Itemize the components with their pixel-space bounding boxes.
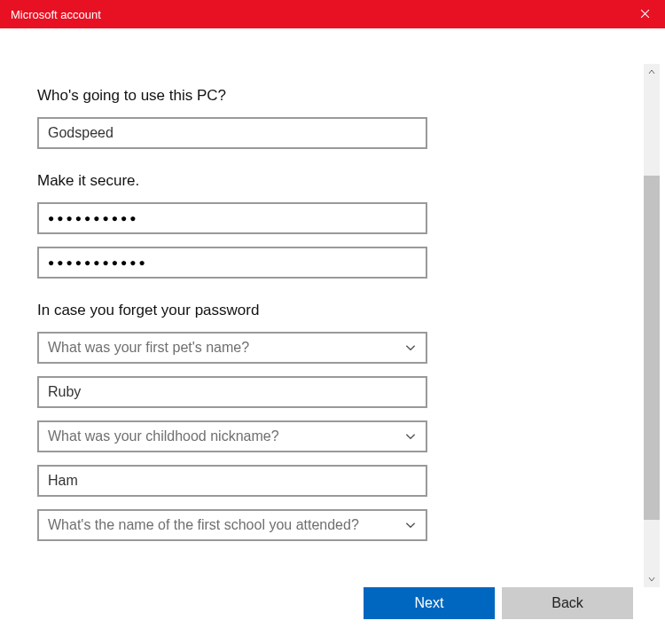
- password-field-wrap: ●●●●●●●●●●: [37, 202, 427, 234]
- chevron-down-icon: [404, 342, 417, 354]
- next-button[interactable]: Next: [364, 587, 495, 619]
- recovery-label: In case you forget your password: [37, 302, 605, 319]
- security-question-1-select[interactable]: What was your first pet's name?: [37, 332, 427, 364]
- vertical-scrollbar[interactable]: [644, 64, 660, 587]
- password-label: Make it secure.: [37, 172, 605, 190]
- scroll-track[interactable]: [644, 80, 660, 571]
- chevron-down-icon: [404, 430, 417, 443]
- confirm-password-input[interactable]: ●●●●●●●●●●●: [48, 256, 148, 269]
- form-content: Who's going to use this PC? Make it secu…: [37, 87, 605, 554]
- security-answer-1-input[interactable]: [48, 384, 417, 400]
- back-button[interactable]: Back: [502, 587, 633, 619]
- scroll-up-arrow[interactable]: [644, 64, 660, 80]
- security-question-2-text: What was your childhood nickname?: [48, 428, 279, 444]
- body-area: Who's going to use this PC? Make it secu…: [0, 28, 665, 644]
- security-question-3-text: What's the name of the first school you …: [48, 517, 359, 533]
- close-icon: [640, 8, 650, 21]
- username-field-wrap: [37, 117, 427, 149]
- security-answer-2-wrap: [37, 465, 427, 497]
- close-button[interactable]: [624, 0, 665, 28]
- footer-buttons: Next Back: [364, 587, 633, 619]
- scroll-thumb[interactable]: [644, 176, 660, 520]
- chevron-down-icon: [404, 519, 417, 531]
- titlebar: Microsoft account: [0, 0, 665, 28]
- username-input[interactable]: [48, 125, 417, 141]
- confirm-password-field-wrap: ●●●●●●●●●●●: [37, 247, 427, 279]
- username-label: Who's going to use this PC?: [37, 87, 605, 105]
- window-title: Microsoft account: [11, 8, 101, 21]
- scroll-down-arrow[interactable]: [644, 571, 660, 587]
- security-question-3-select[interactable]: What's the name of the first school you …: [37, 509, 427, 541]
- security-answer-2-input[interactable]: [48, 473, 417, 489]
- security-question-1-text: What was your first pet's name?: [48, 340, 249, 356]
- security-answer-1-wrap: [37, 376, 427, 408]
- security-question-2-select[interactable]: What was your childhood nickname?: [37, 420, 427, 452]
- password-input[interactable]: ●●●●●●●●●●: [48, 212, 138, 224]
